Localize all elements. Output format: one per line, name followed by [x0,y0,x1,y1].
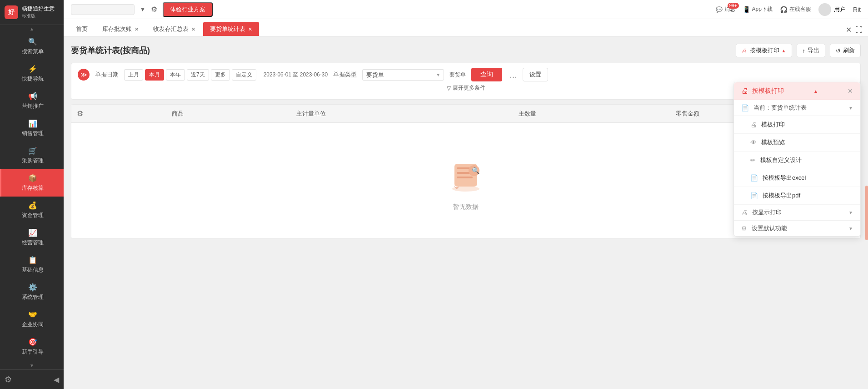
dropdown-default-func-section[interactable]: ⚙ 设置默认功能 ▼ [734,221,860,236]
message-icon: 💬 [716,6,723,13]
tab-inventory-batch[interactable]: 库存批次账 ✕ [95,22,145,36]
export-button[interactable]: ↑ 导出 [797,44,826,57]
dropdown-default-func-label: 设置默认功能 [752,224,787,232]
tabbar: 首页 库存批次账 ✕ 收发存汇总表 ✕ 要货单统计表 ✕ ✕ ⛶ [64,19,868,36]
app-version: 标准版 [22,13,55,19]
sidebar-item-label: 库存核算 [22,184,44,192]
tab-order-stats-close[interactable]: ✕ [248,26,252,32]
sidebar-item-purchase[interactable]: 🛒 采购管理 [0,142,64,169]
export-pdf-item-icon: 📄 [750,192,758,199]
topbar-search-input[interactable] [71,4,135,15]
require-category-label: 要货单 [449,71,466,79]
user-avatar-area[interactable]: 用户 [818,3,846,16]
dropdown-item-template-design[interactable]: ✏ 模板自定义设计 [734,152,860,169]
table-col-unit: 主计量单位 [291,105,513,123]
dropdown-close-button[interactable]: ✕ [848,87,853,95]
sidebar-settings-icon[interactable]: ⚙ [5,374,12,384]
date-btn-7days[interactable]: 近7天 [187,69,209,81]
table-settings-icon[interactable]: ⚙ [77,110,83,117]
sales-icon: 📊 [28,119,37,128]
tab-order-stats[interactable]: 要货单统计表 ✕ [203,22,259,36]
expand-toggle-button[interactable]: ≫ [78,69,90,81]
query-button[interactable]: 查询 [471,68,502,81]
online-service-button[interactable]: 🎧 在线客服 [780,5,811,13]
topbar-dropdown[interactable]: ▼ [140,6,145,13]
sidebar-item-quick-nav[interactable]: ⚡ 快捷导航 [0,60,64,87]
tab-receipt-summary[interactable]: 收发存汇总表 ✕ [146,22,202,36]
template-print-button[interactable]: 🖨 按模板打印 ▲ [736,44,792,57]
tabbar-controls: ✕ ⛶ [846,25,863,36]
sidebar-item-search[interactable]: 🔍 搜索菜单 [0,33,64,60]
message-button[interactable]: 💬 消息 99+ [716,5,735,13]
dropdown-header: 🖨 按模板打印 ▲ ✕ [734,82,860,100]
sidebar-item-label: 销售管理 [22,130,44,137]
svg-point-0 [452,186,479,192]
tab-order-stats-label: 要货单统计表 [210,25,245,33]
expand-more-label: 展开更多条件 [453,84,485,92]
tab-receipt-summary-label: 收发存汇总表 [153,25,189,33]
sidebar-item-cooperation[interactable]: 🤝 企业协同 [0,306,64,333]
sidebar-item-label: 快捷导航 [22,75,44,83]
dropdown-item-export-pdf[interactable]: 📄 按模板导出pdf [734,187,860,205]
sidebar-item-system[interactable]: ⚙️ 系统管理 [0,278,64,306]
print-icon: 🖨 [742,47,748,54]
sidebar-item-finance[interactable]: 💰 资金管理 [0,197,64,224]
page-actions: 🖨 按模板打印 ▲ ↑ 导出 ↺ 刷新 [736,44,861,57]
dropdown-title: 🖨 按模板打印 [741,87,784,95]
sidebar-collapse-icon[interactable]: ◀ [54,375,59,384]
sidebar-item-label: 企业协同 [22,321,44,328]
sidebar-scroll-down[interactable]: ▼ [0,362,64,369]
more-options-icon[interactable]: ... [509,70,517,80]
sidebar-item-sales[interactable]: 📊 销售管理 [0,115,64,142]
sidebar-item-inventory[interactable]: 📦 库存核算 [0,169,64,197]
topbar-right: 💬 消息 99+ 📱 App下载 🎧 在线客服 用户 Rit [716,3,861,16]
sidebar-item-basic[interactable]: 📋 基础信息 [0,251,64,278]
page-title: 要货单统计表(按商品) [71,45,150,56]
dropdown-display-print-label: 按显示打印 [752,208,782,217]
marketing-icon: 📢 [28,92,37,101]
sidebar-item-marketing[interactable]: 📢 营销推广 [0,87,64,115]
date-btn-more[interactable]: 更多 [211,69,230,81]
tab-home[interactable]: 首页 [69,22,95,36]
dropdown-display-print-section[interactable]: 🖨 按显示打印 ▼ [734,205,860,221]
svg-rect-4 [457,177,473,178]
app-name: 畅捷通好生意 [22,5,55,13]
sidebar-scroll-up[interactable]: ▲ [0,25,64,33]
dropdown-current-section[interactable]: 📄 当前：要货单统计表 ▼ [734,100,860,116]
dropdown-chevron-icon: ▼ [140,6,145,13]
sidebar-item-label: 系统管理 [22,293,44,301]
app-download-button[interactable]: 📱 App下载 [743,5,773,13]
date-btn-this-year[interactable]: 本年 [166,69,185,81]
cooperation-icon: 🤝 [28,310,37,319]
date-btn-custom[interactable]: 自定义 [232,69,256,81]
operation-icon: 📈 [28,228,37,237]
order-type-select[interactable]: 要货单 [362,69,444,81]
dropdown-item-label: 按模板导出excel [763,174,806,182]
sidebar-item-operation[interactable]: 📈 经营管理 [0,224,64,251]
main-area: ▼ ⚙ 体验行业方案 💬 消息 99+ 📱 App下载 🎧 在线客服 用户 [64,0,868,389]
tab-inventory-batch-close[interactable]: ✕ [135,26,139,32]
online-service-label: 在线客服 [789,5,811,13]
date-btn-this-month[interactable]: 本月 [145,69,164,81]
svg-rect-3 [457,172,470,174]
dropdown-item-export-excel[interactable]: 📄 按模板导出excel [734,169,860,187]
dropdown-item-template-print[interactable]: 🖨 模板打印 [734,116,860,134]
tab-maximize-icon[interactable]: ⛶ [855,26,863,34]
tab-receipt-summary-close[interactable]: ✕ [191,26,195,32]
scrollbar-right[interactable] [865,186,868,240]
settings-button[interactable]: 设置 [523,68,548,81]
dropdown-item-template-preview[interactable]: 👁 模板预览 [734,134,860,152]
table-col-quantity: 主数量 [513,105,670,123]
tab-home-label: 首页 [76,25,88,33]
topbar-gear-icon[interactable]: ⚙ [151,5,157,14]
date-btn-last-month[interactable]: 上月 [124,69,143,81]
trial-button[interactable]: 体验行业方案 [163,2,213,17]
table-col-settings: ⚙ [71,105,166,123]
message-badge: 99+ [728,3,739,9]
order-type-select-wrap: 要货单 [362,69,444,81]
refresh-button[interactable]: ↺ 刷新 [830,44,861,57]
expand-arrow-icon: ≫ [80,71,87,78]
sidebar-item-label: 基础信息 [22,266,44,274]
sidebar-item-newbie[interactable]: 🎯 新手引导 [0,333,64,360]
tab-close-all-icon[interactable]: ✕ [846,25,852,34]
